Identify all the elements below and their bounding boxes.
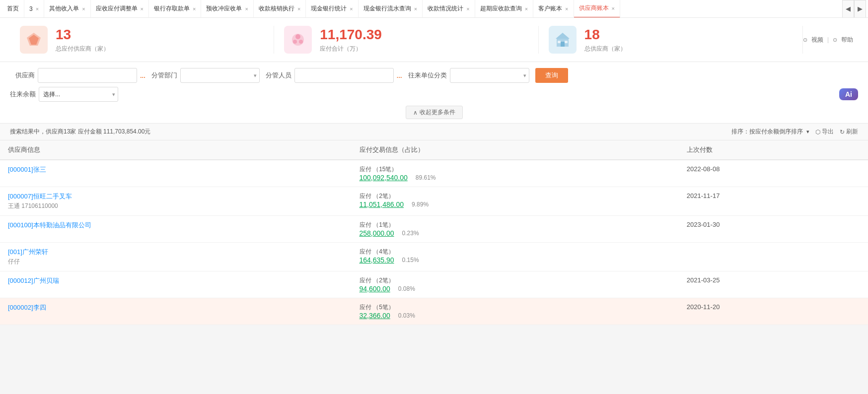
col-scrollbar bbox=[852, 140, 868, 160]
nav-label: 现金银行流水查询 bbox=[363, 4, 411, 13]
nav-item-collect-stat[interactable]: 收款情况统计 × bbox=[423, 0, 475, 18]
last-pay-cell: 2021-03-25 bbox=[679, 271, 852, 298]
nav-label: 银行存取款单 bbox=[154, 4, 190, 13]
dept-select-wrapper bbox=[180, 68, 260, 83]
nav-item-cash-flow[interactable]: 现金银行流水查询 × bbox=[359, 0, 423, 18]
close-icon[interactable]: × bbox=[193, 6, 196, 12]
tx-percent: 0.15% bbox=[402, 257, 419, 263]
person-dots-btn[interactable]: ... bbox=[397, 72, 402, 79]
nav-item-adjust[interactable]: 应收应付调整单 × bbox=[91, 0, 149, 18]
nav-arrows: ◀ ▶ bbox=[842, 0, 866, 18]
nav-item-supplier-ledger[interactable]: 供应商账本 × bbox=[574, 0, 620, 18]
nav-label: 3 bbox=[29, 5, 33, 12]
dept-select[interactable] bbox=[180, 68, 260, 83]
nav-item-bank[interactable]: 银行存取款单 × bbox=[149, 0, 201, 18]
close-icon[interactable]: × bbox=[141, 6, 144, 12]
supplier-input[interactable] bbox=[38, 68, 137, 83]
nav-label: 首页 bbox=[7, 4, 19, 13]
close-icon[interactable]: × bbox=[565, 6, 568, 12]
filter-person: 分管人员 ... bbox=[266, 68, 402, 83]
person-input[interactable] bbox=[294, 68, 394, 83]
summary-card-total-payable: 11,170.39 应付合计（万） bbox=[274, 26, 538, 54]
svg-rect-9 bbox=[558, 41, 561, 43]
supplier-cell: [000007]恒旺二手叉车 王通 17106110000 bbox=[0, 187, 352, 216]
supplier-link[interactable]: [000007]恒旺二手叉车 bbox=[8, 193, 72, 200]
spacer-cell bbox=[852, 271, 868, 298]
svg-marker-7 bbox=[556, 33, 570, 39]
tx-count: （2笔） bbox=[373, 277, 394, 284]
results-bar: 搜索结果中，供应商13家 应付金额 111,703,854.00元 排序：按应付… bbox=[0, 124, 868, 140]
sort-label: 排序：按应付余额倒序排序 ▾ bbox=[731, 128, 809, 136]
tx-percent: 0.08% bbox=[398, 285, 415, 292]
tx-amount[interactable]: 100,092,540.00 bbox=[360, 174, 408, 182]
tx-cell: 应付 （5笔） 32,366.00 0.03% bbox=[352, 298, 679, 325]
nav-next-button[interactable]: ▶ bbox=[854, 0, 866, 18]
tx-amount[interactable]: 258,000.00 bbox=[360, 229, 394, 237]
supplier-link[interactable]: [001]广州荣轩 bbox=[8, 248, 48, 256]
close-icon[interactable]: × bbox=[36, 6, 39, 12]
nav-item-cash-stat[interactable]: 现金银行统计 × bbox=[306, 0, 358, 18]
last-pay-cell: 2023-01-30 bbox=[679, 216, 852, 243]
filter-balance: 往来余额 选择... bbox=[10, 87, 118, 102]
supplier-link[interactable]: [000012]广州贝瑞 bbox=[8, 277, 59, 284]
tx-label: 应付 bbox=[360, 193, 371, 199]
nav-item-income[interactable]: 其他收入单 × bbox=[44, 0, 90, 18]
results-actions: 排序：按应付余额倒序排序 ▾ ⬡ 导出 ↻ 刷新 bbox=[731, 128, 858, 136]
ai-assistant-button[interactable]: Ai bbox=[839, 88, 858, 100]
export-icon: ⬡ bbox=[815, 129, 820, 135]
query-button[interactable]: 查询 bbox=[535, 68, 568, 83]
collapse-button[interactable]: ∧ 收起更多条件 bbox=[406, 106, 463, 119]
spacer-cell bbox=[852, 160, 868, 187]
nav-item-overdue[interactable]: 超期应收款查询 × bbox=[475, 0, 533, 18]
supplier-link[interactable]: [000001]张三 bbox=[8, 166, 46, 173]
tx-percent: 0.03% bbox=[398, 312, 415, 319]
help-link[interactable]: 帮助 bbox=[841, 36, 853, 44]
supplier-dots-btn[interactable]: ... bbox=[140, 72, 145, 79]
video-link[interactable]: 视频 bbox=[811, 36, 823, 44]
balance-select-wrapper: 选择... bbox=[39, 87, 118, 102]
category-select[interactable] bbox=[450, 68, 529, 83]
tx-amount[interactable]: 11,051,486.00 bbox=[360, 200, 404, 208]
nav-item-3[interactable]: 3 × bbox=[24, 0, 44, 18]
tx-percent: 0.23% bbox=[402, 230, 419, 237]
supplier-link[interactable]: [000100]本特勤油品有限公司 bbox=[8, 221, 91, 229]
nav-item-home[interactable]: 首页 bbox=[2, 0, 24, 18]
tx-amount[interactable]: 164,635.90 bbox=[360, 256, 394, 264]
table-row: [000002]李四 应付 （5笔） 32,366.00 0.03% 2020-… bbox=[0, 298, 868, 325]
nav-label: 现金银行统计 bbox=[311, 4, 347, 13]
nav-prev-button[interactable]: ◀ bbox=[842, 0, 854, 18]
tx-count: （15笔） bbox=[373, 166, 397, 173]
nav-label: 收款核销执行 bbox=[259, 4, 294, 13]
table-row: [001]广州荣轩 仔仔 应付 （4笔） 164,635.90 0.15% bbox=[0, 243, 868, 271]
col-header-supplier: 供应商信息 bbox=[0, 140, 352, 160]
category-label: 往来单位分类 bbox=[408, 71, 447, 80]
close-icon[interactable]: × bbox=[350, 6, 353, 12]
grain-icon bbox=[284, 26, 312, 54]
supplier-label: 供应商 bbox=[10, 71, 35, 80]
supplier-link[interactable]: [000002]李四 bbox=[8, 304, 46, 311]
summary-total-payable-content: 11,170.39 应付合计（万） bbox=[320, 26, 528, 54]
tx-amount[interactable]: 32,366.00 bbox=[360, 312, 390, 320]
nav-item-collect[interactable]: 收款核销执行 × bbox=[254, 0, 306, 18]
close-icon[interactable]: × bbox=[245, 6, 248, 12]
close-icon[interactable]: × bbox=[82, 6, 85, 12]
tx-percent: 89.61% bbox=[416, 174, 436, 181]
nav-item-prepay[interactable]: 预收冲应收单 × bbox=[201, 0, 253, 18]
balance-select[interactable]: 选择... bbox=[39, 87, 118, 102]
close-icon[interactable]: × bbox=[414, 6, 417, 12]
export-button[interactable]: ⬡ 导出 bbox=[815, 128, 834, 136]
nav-item-customer-ledger[interactable]: 客户账本 × bbox=[533, 0, 574, 18]
last-pay-date: 2020-11-20 bbox=[687, 303, 720, 311]
table-row: [000001]张三 应付 （15笔） 100,092,540.00 89.61… bbox=[0, 160, 868, 187]
close-icon[interactable]: × bbox=[466, 6, 469, 12]
last-pay-cell: 2022-08-08 bbox=[679, 160, 852, 187]
person-label: 分管人员 bbox=[266, 71, 291, 80]
close-icon[interactable]: × bbox=[612, 5, 615, 11]
close-icon[interactable]: × bbox=[525, 6, 528, 12]
refresh-button[interactable]: ↻ 刷新 bbox=[840, 128, 858, 136]
tx-amount[interactable]: 94,600.00 bbox=[360, 285, 390, 293]
tx-label: 应付 bbox=[360, 248, 371, 255]
nav-label: 收款情况统计 bbox=[428, 4, 463, 13]
tx-cell: 应付 （1笔） 258,000.00 0.23% bbox=[352, 216, 679, 243]
close-icon[interactable]: × bbox=[297, 6, 300, 12]
